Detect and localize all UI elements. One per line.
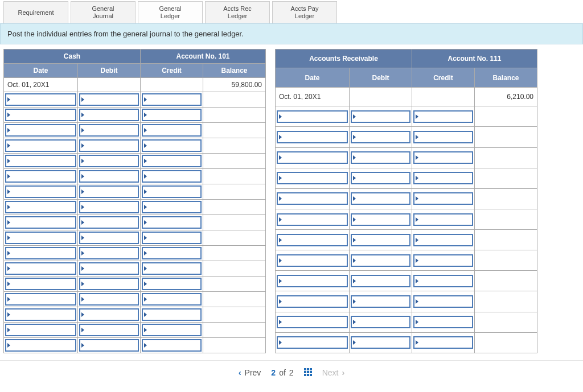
credit-input[interactable]	[413, 275, 473, 287]
debit-input[interactable]	[351, 234, 410, 246]
debit-input[interactable]	[79, 308, 139, 321]
next-button[interactable]: Next ›	[322, 368, 344, 377]
credit-input[interactable]	[142, 201, 202, 213]
credit-input[interactable]	[413, 151, 473, 164]
date-input[interactable]	[5, 216, 76, 229]
debit-input[interactable]	[79, 293, 139, 306]
date-input[interactable]	[277, 213, 348, 226]
date-input[interactable]	[5, 232, 76, 244]
table-row	[4, 108, 266, 123]
date-input[interactable]	[5, 278, 76, 290]
date-input[interactable]	[277, 254, 348, 267]
date-input[interactable]	[277, 172, 348, 184]
debit-input[interactable]	[351, 213, 410, 226]
debit-input[interactable]	[351, 172, 410, 184]
debit-input[interactable]	[79, 201, 139, 213]
credit-input[interactable]	[413, 213, 473, 226]
debit-input[interactable]	[79, 216, 139, 229]
debit-input[interactable]	[351, 316, 410, 328]
date-input[interactable]	[277, 131, 348, 143]
credit-input[interactable]	[142, 293, 202, 306]
debit-input[interactable]	[351, 110, 410, 123]
credit-input[interactable]	[413, 295, 473, 308]
debit-input[interactable]	[79, 324, 139, 336]
balance-cell	[475, 312, 537, 332]
credit-input[interactable]	[413, 316, 473, 328]
credit-input[interactable]	[142, 324, 202, 336]
debit-input[interactable]	[79, 109, 139, 121]
credit-input[interactable]	[142, 170, 202, 183]
credit-input[interactable]	[413, 254, 473, 267]
date-input[interactable]	[277, 234, 348, 246]
debit-input[interactable]	[351, 295, 410, 308]
date-input[interactable]	[5, 201, 76, 213]
credit-input[interactable]	[413, 192, 473, 205]
date-input[interactable]	[5, 139, 76, 152]
credit-input[interactable]	[142, 185, 202, 198]
date-input[interactable]	[5, 170, 76, 183]
tab-requirement[interactable]: Requirement	[3, 1, 68, 23]
date-input[interactable]	[5, 262, 76, 275]
date-input[interactable]	[5, 109, 76, 121]
tab-general-ledger[interactable]: General Ledger	[138, 1, 203, 23]
credit-input[interactable]	[142, 109, 202, 121]
date-input[interactable]	[5, 247, 76, 259]
date-input[interactable]	[277, 295, 348, 308]
debit-input[interactable]	[79, 93, 139, 106]
credit-input[interactable]	[413, 172, 473, 184]
credit-input[interactable]	[142, 155, 202, 167]
tab-accts-pay-ledger[interactable]: Accts Pay Ledger	[272, 1, 337, 23]
date-input[interactable]	[5, 324, 76, 336]
prev-button[interactable]: ‹ Prev	[239, 368, 261, 377]
debit-input[interactable]	[351, 254, 410, 267]
grid-icon[interactable]	[304, 368, 312, 378]
credit-input[interactable]	[413, 234, 473, 246]
debit-input[interactable]	[79, 232, 139, 244]
date-input[interactable]	[5, 124, 76, 137]
debit-input[interactable]	[351, 131, 410, 143]
date-input[interactable]	[5, 308, 76, 321]
debit-input[interactable]	[351, 336, 410, 349]
debit-input[interactable]	[79, 247, 139, 259]
balance-cell	[475, 209, 537, 229]
debit-input[interactable]	[79, 185, 139, 198]
debit-input[interactable]	[79, 339, 139, 352]
debit-input[interactable]	[79, 170, 139, 183]
credit-input[interactable]	[413, 336, 473, 349]
date-input[interactable]	[5, 339, 76, 352]
credit-input[interactable]	[142, 232, 202, 244]
credit-input[interactable]	[142, 262, 202, 275]
debit-input[interactable]	[79, 124, 139, 137]
date-input[interactable]	[5, 185, 76, 198]
table-row	[4, 277, 266, 292]
debit-input[interactable]	[351, 275, 410, 287]
debit-input[interactable]	[351, 151, 410, 164]
col-credit: Credit	[412, 68, 475, 87]
credit-input[interactable]	[142, 93, 202, 106]
date-input[interactable]	[277, 151, 348, 164]
credit-input[interactable]	[142, 139, 202, 152]
tab-general-journal[interactable]: General Journal	[71, 1, 136, 23]
tab-accts-rec-ledger[interactable]: Accts Rec Ledger	[205, 1, 270, 23]
credit-input[interactable]	[413, 110, 473, 123]
credit-input[interactable]	[142, 124, 202, 137]
date-input[interactable]	[5, 93, 76, 106]
debit-input[interactable]	[79, 139, 139, 152]
date-input[interactable]	[277, 316, 348, 328]
credit-input[interactable]	[142, 216, 202, 229]
date-input[interactable]	[277, 336, 348, 349]
date-input[interactable]	[277, 110, 348, 123]
debit-input[interactable]	[79, 278, 139, 290]
debit-input[interactable]	[79, 155, 139, 167]
credit-input[interactable]	[142, 278, 202, 290]
date-input[interactable]	[5, 293, 76, 306]
credit-input[interactable]	[142, 308, 202, 321]
debit-input[interactable]	[79, 262, 139, 275]
credit-input[interactable]	[413, 131, 473, 143]
credit-input[interactable]	[142, 247, 202, 259]
debit-input[interactable]	[351, 192, 410, 205]
credit-input[interactable]	[142, 339, 202, 352]
date-input[interactable]	[5, 155, 76, 167]
date-input[interactable]	[277, 192, 348, 205]
date-input[interactable]	[277, 275, 348, 287]
